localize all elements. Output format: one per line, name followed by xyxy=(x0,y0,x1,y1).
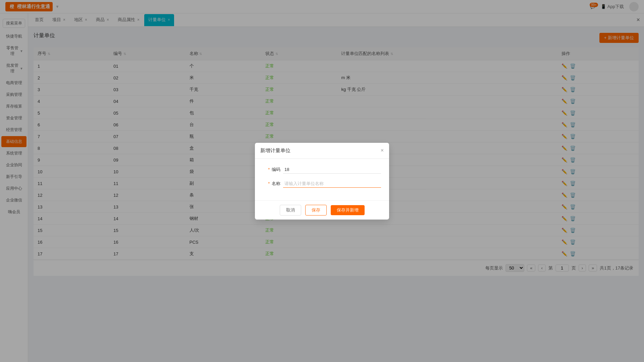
modal-body: * 编码 * 名称 xyxy=(255,159,389,200)
cancel-btn[interactable]: 取消 xyxy=(280,205,301,216)
modal-header: 新增计量单位 × xyxy=(255,143,389,159)
form-row-name: * 名称 xyxy=(263,180,381,188)
modal-title: 新增计量单位 xyxy=(260,147,290,154)
modal-overlay[interactable]: 新增计量单位 × * 编码 * 名称 取消 保存 保存并新增 xyxy=(0,0,644,362)
save-new-btn[interactable]: 保存并新增 xyxy=(331,205,365,215)
modal-footer: 取消 保存 保存并新增 xyxy=(255,200,389,220)
add-unit-modal: 新增计量单位 × * 编码 * 名称 取消 保存 保存并新增 xyxy=(255,143,389,220)
save-btn[interactable]: 保存 xyxy=(305,205,327,216)
name-label: * 名称 xyxy=(263,181,283,187)
modal-close-btn[interactable]: × xyxy=(381,147,384,154)
code-input[interactable] xyxy=(283,166,381,174)
name-input[interactable] xyxy=(283,180,381,188)
code-label: * 编码 xyxy=(263,167,283,173)
form-row-code: * 编码 xyxy=(263,166,381,174)
